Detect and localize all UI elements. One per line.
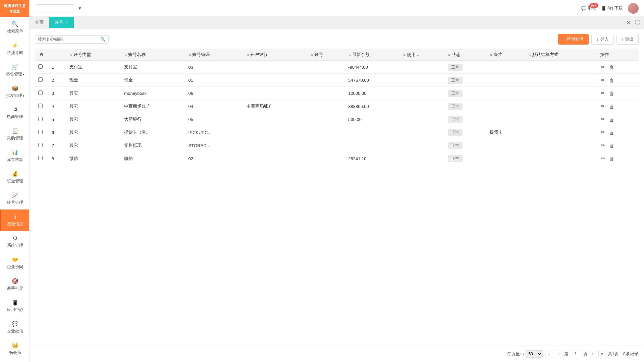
- col-bank[interactable]: ⇅ 开户银行: [243, 49, 307, 61]
- row-checkbox[interactable]: [38, 143, 43, 147]
- sidebar-item-app_center[interactable]: 📱应用中心: [0, 295, 29, 317]
- row-checkbox[interactable]: [38, 90, 43, 95]
- sidebar-label-member: 畅会员: [9, 350, 21, 356]
- cell-balance: 547670.00: [345, 74, 399, 87]
- sidebar-item-basic[interactable]: ℹ基础信息: [0, 209, 29, 231]
- topbar-app-download[interactable]: 📱 App下载: [601, 5, 623, 11]
- table-row: 7其它零售抵现STORED...正常✏🗑: [35, 139, 639, 152]
- tab-maximize-btn[interactable]: ⛶: [633, 18, 641, 26]
- sidebar-item-ecommerce[interactable]: 🖥电商管理: [0, 103, 29, 124]
- tab-account-close[interactable]: ✕: [65, 20, 68, 25]
- cell-account: [307, 61, 345, 74]
- edit-button[interactable]: ✏: [600, 103, 606, 110]
- edit-button[interactable]: ✏: [600, 76, 606, 84]
- topbar-search-input[interactable]: [35, 4, 75, 12]
- edit-button[interactable]: ✏: [600, 63, 606, 71]
- row-checkbox[interactable]: [38, 104, 43, 108]
- cell-checkbox[interactable]: [35, 139, 48, 152]
- last-page-btn[interactable]: »: [598, 350, 606, 358]
- col-status[interactable]: ⇅ 状态: [444, 49, 486, 61]
- cell-checkbox[interactable]: [35, 87, 48, 100]
- import-button[interactable]: ↓ 导入: [591, 34, 614, 45]
- table-row: 4其它中百商场账户04中百商场账户383866.00正常✏🗑: [35, 100, 639, 113]
- sidebar-item-system[interactable]: ⚙系统管理: [0, 231, 29, 252]
- sidebar-item-retail[interactable]: 🛒零售管理▾: [0, 60, 29, 81]
- tab-close-btn[interactable]: ✕: [625, 18, 633, 26]
- delete-button[interactable]: 🗑: [608, 89, 615, 97]
- page-number-input[interactable]: [570, 351, 582, 357]
- col-type[interactable]: ⇅ 账号类型: [66, 49, 121, 61]
- row-checkbox[interactable]: [38, 130, 43, 134]
- col-balance[interactable]: ⇅ 最新余额: [345, 49, 399, 61]
- edit-button[interactable]: ✏: [600, 89, 606, 97]
- cell-checkbox[interactable]: [35, 113, 48, 126]
- topbar-dropdown[interactable]: ▼: [78, 6, 82, 11]
- sidebar-item-operations[interactable]: 📈经营管理: [0, 188, 29, 209]
- first-page-btn[interactable]: «: [545, 350, 553, 358]
- edit-button[interactable]: ✏: [600, 116, 606, 123]
- tab-account[interactable]: 账号 ✕: [49, 17, 74, 28]
- action-buttons: ✏🗑: [600, 89, 635, 97]
- cell-checkbox[interactable]: [35, 61, 48, 74]
- col-action: 操作: [597, 49, 639, 61]
- delete-button[interactable]: 🗑: [608, 76, 615, 84]
- col-remark[interactable]: ⇅ 备注: [486, 49, 525, 61]
- cell-settlement: [525, 100, 597, 113]
- sidebar-item-wechat[interactable]: 💬企业微信: [0, 317, 29, 338]
- sidebar-item-guide[interactable]: 🎯新手引导: [0, 274, 29, 295]
- search-box[interactable]: 🔍: [35, 35, 109, 44]
- sidebar-item-purchase[interactable]: 📋采购管理: [0, 124, 29, 145]
- sidebar-item-wholesale[interactable]: 📦批发管理▾: [0, 81, 29, 103]
- edit-button[interactable]: ✏: [600, 155, 606, 162]
- user-avatar[interactable]: [628, 3, 639, 14]
- delete-button[interactable]: 🗑: [608, 103, 615, 110]
- col-settlement[interactable]: ⇅ 默认结算方式: [525, 49, 597, 61]
- cell-settlement: [525, 126, 597, 139]
- next-page-btn[interactable]: ›: [589, 350, 597, 358]
- edit-button[interactable]: ✏: [600, 129, 606, 136]
- cell-index: 5: [48, 113, 66, 126]
- cell-action: ✏🗑: [597, 126, 639, 139]
- page-size-select[interactable]: 50 100 200: [526, 350, 543, 358]
- row-checkbox[interactable]: [38, 117, 43, 121]
- col-name[interactable]: ⇅ 账号名称: [121, 49, 185, 61]
- cell-checkbox[interactable]: [35, 152, 48, 165]
- export-button[interactable]: ↑ 导出: [616, 34, 639, 45]
- row-checkbox[interactable]: [38, 64, 43, 69]
- sidebar-item-inventory[interactable]: 📊库存核算: [0, 145, 29, 167]
- col-code[interactable]: ⇅ 账号编码: [185, 49, 243, 61]
- delete-button[interactable]: 🗑: [608, 142, 615, 149]
- add-account-button[interactable]: + 新增账号: [558, 34, 589, 45]
- cell-checkbox[interactable]: [35, 100, 48, 113]
- cell-checkbox[interactable]: [35, 126, 48, 139]
- row-checkbox[interactable]: [38, 156, 43, 160]
- delete-button[interactable]: 🗑: [608, 155, 615, 162]
- cell-code: STORED...: [185, 139, 243, 152]
- search-input[interactable]: [38, 37, 98, 42]
- sidebar-item-shortcuts[interactable]: ⚡快捷导航: [0, 38, 29, 60]
- page-navigation: « ‹ 第 页 › » 共1页，8条记录: [545, 350, 639, 358]
- sidebar-item-agreement[interactable]: 🤝企业协同: [0, 252, 29, 274]
- sidebar-label-operations: 经营管理: [7, 200, 23, 205]
- prev-page-btn[interactable]: ‹: [555, 350, 563, 358]
- cell-type: 其它: [66, 87, 121, 100]
- cell-settlement: [525, 87, 597, 100]
- cell-usage: [399, 74, 444, 87]
- sidebar-item-search[interactable]: 🔍搜索菜单: [0, 17, 29, 38]
- cell-type: 现金: [66, 74, 121, 87]
- delete-button[interactable]: 🗑: [608, 116, 615, 123]
- col-usage[interactable]: ⇅ 使用...: [399, 49, 444, 61]
- row-checkbox[interactable]: [38, 77, 43, 82]
- col-account[interactable]: ⇅ 账号: [307, 49, 345, 61]
- delete-button[interactable]: 🗑: [608, 63, 615, 71]
- operations-icon: 📈: [12, 192, 18, 198]
- sidebar-item-member[interactable]: 👑畅会员: [0, 338, 29, 360]
- sidebar-item-finance[interactable]: 💰资金管理: [0, 167, 29, 188]
- delete-button[interactable]: 🗑: [608, 129, 615, 136]
- tab-home[interactable]: 首页: [30, 17, 49, 28]
- topbar-message-btn[interactable]: 💬 消息 99+: [581, 5, 596, 11]
- cell-checkbox[interactable]: [35, 74, 48, 87]
- col-settings[interactable]: ⚙: [35, 49, 48, 61]
- cell-status: 正常: [444, 113, 486, 126]
- edit-button[interactable]: ✏: [600, 142, 606, 149]
